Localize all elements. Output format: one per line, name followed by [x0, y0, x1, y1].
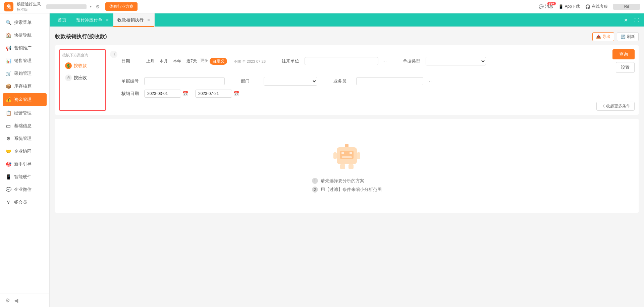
- writeoff-date-field: 核销日期 📅 — 📅: [121, 90, 239, 98]
- sidebar-item-quick-nav[interactable]: 🏠 快捷导航: [0, 29, 49, 42]
- query-button[interactable]: 查询: [612, 49, 635, 59]
- date-tab-last-month[interactable]: 上月: [144, 58, 156, 65]
- writeoff-date-from-icon[interactable]: 📅: [182, 91, 188, 96]
- date-tab-custom[interactable]: 自定义: [210, 58, 227, 65]
- date-label: 日期: [121, 58, 142, 64]
- tab-home[interactable]: 首页: [52, 13, 72, 27]
- collapse-filter-button[interactable]: 《: [110, 51, 117, 58]
- quick-nav-icon: 🏠: [5, 32, 11, 38]
- by-receivable-icon: ⏱: [65, 74, 72, 81]
- refresh-icon: 🔄: [621, 35, 626, 39]
- sidebar-item-basic-info[interactable]: 🗃 基础信息: [0, 119, 49, 132]
- user-avatar[interactable]: Rit: [613, 4, 640, 10]
- service-icon: 🎧: [585, 4, 590, 9]
- app-download-button[interactable]: 📱 App下载: [558, 4, 580, 9]
- tab-expand-button[interactable]: ⛶: [632, 15, 641, 25]
- message-button[interactable]: 💬 消息 99+: [539, 4, 553, 9]
- page-header: 收款核销执行(按收款) 📤 导出 🔄 刷新: [55, 32, 639, 41]
- solution-button[interactable]: 体验行业方案: [105, 2, 138, 11]
- finance-icon: 💰: [5, 97, 11, 103]
- voucher-type-select[interactable]: [426, 57, 486, 65]
- writeoff-date-to-icon[interactable]: 📅: [233, 91, 239, 96]
- sidebar-item-guide[interactable]: 🎯 新手引导: [0, 158, 49, 170]
- settings-icon[interactable]: ⚙: [96, 4, 100, 9]
- voucher-no-field: 单据编号: [121, 77, 225, 85]
- company-name-blurred: [46, 4, 87, 9]
- by-receipt-icon: 💲: [65, 62, 72, 69]
- tab-close-prepay[interactable]: ✕: [106, 18, 109, 22]
- hint-num-2: 2: [312, 187, 318, 193]
- empty-robot-svg: [330, 139, 364, 172]
- filter-type-by-receivable[interactable]: ⏱ 按应收: [62, 72, 103, 83]
- sidebar-item-finance[interactable]: 💰 资金管理: [3, 93, 47, 106]
- operations-icon: 📋: [5, 110, 11, 116]
- filter-type-title: 按以下方案查询: [62, 53, 103, 58]
- inventory-icon: 📦: [5, 83, 11, 89]
- edition-label: 标准版: [17, 7, 42, 12]
- svg-rect-9: [348, 164, 354, 169]
- sidebar-item-enterprise-collab[interactable]: 🤝 企业协同: [0, 145, 49, 158]
- date-hint: 不限 至 2023-07-26: [234, 59, 266, 64]
- sidebar-item-smart-hardware[interactable]: 📱 智能硬件: [0, 170, 49, 183]
- svg-rect-7: [357, 152, 360, 159]
- dept-field: 部门: [241, 77, 317, 86]
- export-button[interactable]: 📤 导出: [592, 32, 614, 41]
- tab-close-all-button[interactable]: ✕: [621, 15, 631, 25]
- company-dropdown-arrow[interactable]: ▾: [90, 5, 92, 8]
- staff-label: 业务员: [333, 78, 354, 84]
- tab-prepay-offset[interactable]: 预付冲应付单 ✕: [72, 13, 113, 27]
- search-icon: 🔍: [5, 19, 11, 25]
- settings-button[interactable]: 设置: [616, 62, 635, 73]
- svg-rect-6: [333, 152, 337, 159]
- sidebar-item-sales[interactable]: 📊 销售管理: [0, 54, 49, 67]
- topbar-right: 💬 消息 99+ 📱 App下载 🎧 在线客服 Rit: [539, 4, 640, 10]
- tab-bar-actions: ✕ ⛶: [621, 15, 644, 25]
- counterparty-input[interactable]: [305, 57, 378, 65]
- filter-type-by-receipt[interactable]: 💲 按收款: [62, 60, 103, 71]
- empty-hints: 1 请先选择要分析的方案 2 用【过滤】条件来缩小分析范围: [312, 178, 382, 193]
- staff-dots[interactable]: ···: [427, 78, 432, 84]
- hardware-icon: 📱: [5, 174, 11, 180]
- sidebar-collapse-icon[interactable]: ◀: [14, 297, 18, 304]
- voucher-type-field: 单据类型: [403, 57, 486, 65]
- filter-row-3: 核销日期 📅 — 📅: [121, 90, 635, 98]
- online-service-button[interactable]: 🎧 在线客服: [585, 4, 608, 9]
- date-tab-more[interactable]: 更多: [200, 58, 208, 65]
- filter-type-box: 按以下方案查询 💲 按收款 ⏱ 按应收: [59, 49, 106, 111]
- date-tab-this-month[interactable]: 本月: [158, 58, 170, 65]
- svg-point-2: [341, 152, 344, 154]
- date-tab-this-year[interactable]: 本年: [171, 58, 183, 65]
- app-logo: 兔: [4, 2, 13, 11]
- sidebar-item-vip-member[interactable]: V 畅会员: [0, 196, 49, 209]
- sidebar-item-purchase[interactable]: 🛒 采购管理: [0, 67, 49, 80]
- tab-receipt-writeoff[interactable]: 收款核销执行 ✕: [113, 13, 155, 27]
- counterparty-dots[interactable]: ···: [382, 58, 387, 64]
- sidebar-item-system[interactable]: ⚙ 系统管理: [0, 132, 49, 145]
- collapse-arrow-icon: 《: [601, 103, 605, 109]
- message-badge: 99+: [547, 2, 556, 5]
- dept-select[interactable]: [264, 77, 317, 86]
- tab-close-receipt[interactable]: ✕: [147, 18, 150, 22]
- staff-input[interactable]: [356, 77, 423, 85]
- collapse-more-button[interactable]: 《 收起更多条件: [596, 102, 635, 111]
- writeoff-date-to[interactable]: [195, 90, 232, 98]
- sidebar-item-operations[interactable]: 📋 经营管理: [0, 107, 49, 119]
- system-icon: ⚙: [5, 136, 11, 142]
- date-tab-7days[interactable]: 近7天: [184, 58, 199, 65]
- sidebar-item-marketing[interactable]: 📢 营销推广: [0, 42, 49, 54]
- writeoff-date-from[interactable]: [144, 90, 181, 98]
- date-field: 日期 上月 本月 本年 近7天 更多 自定义: [121, 58, 227, 65]
- refresh-button[interactable]: 🔄 刷新: [617, 32, 639, 41]
- sidebar-item-enterprise-wechat[interactable]: 💬 企业微信: [0, 183, 49, 196]
- empty-icon: [330, 139, 364, 172]
- empty-state: 1 请先选择要分析的方案 2 用【过滤】条件来缩小分析范围: [55, 119, 639, 213]
- sidebar-settings-icon[interactable]: ⚙: [5, 297, 10, 304]
- voucher-no-input[interactable]: [144, 77, 225, 85]
- basic-info-icon: 🗃: [5, 123, 11, 129]
- filter-row-2: 单据编号 部门 业务员 ···: [121, 77, 635, 86]
- wechat-icon: 💬: [5, 187, 11, 193]
- hint-num-1: 1: [312, 178, 318, 184]
- sidebar-item-inventory[interactable]: 📦 库存核算: [0, 80, 49, 93]
- sidebar-item-search-menu[interactable]: 🔍 搜索菜单: [0, 16, 49, 29]
- staff-field: 业务员 ···: [333, 77, 432, 85]
